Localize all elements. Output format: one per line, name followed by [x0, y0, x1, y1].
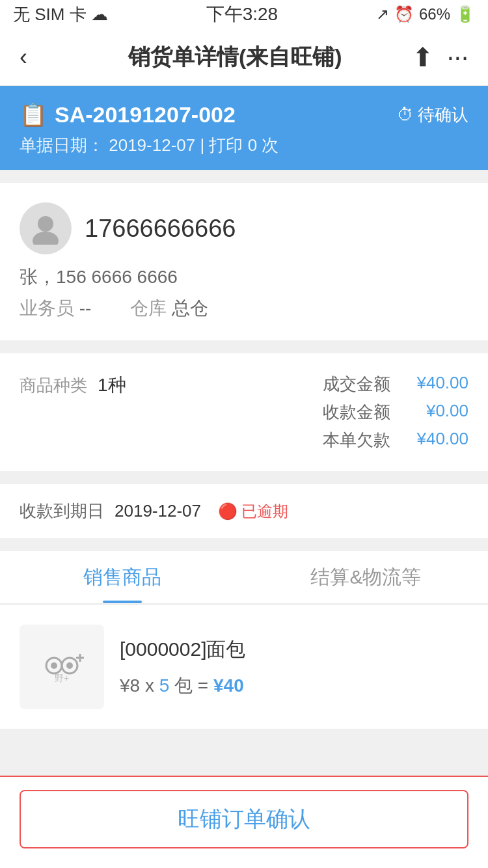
status-bar: 无 SIM 卡 ☁ 下午3:28 ↗ ⏰ 66% 🔋	[0, 0, 488, 29]
warning-icon: 🔴	[218, 502, 237, 521]
summary-section: 商品种类 1种 成交金额 ¥40.00 收款金额 ¥0.00 本单欠款 ¥40.…	[0, 353, 488, 471]
customer-name: 张，156 6666 6666	[20, 265, 468, 290]
order-id: 📋 SA-20191207-002	[20, 102, 236, 128]
battery-status: 66%	[419, 5, 450, 23]
warehouse: 仓库 总仓	[130, 296, 208, 321]
bottom-action-bar: 旺铺订单确认	[0, 776, 488, 868]
sim-status: 无 SIM 卡 ☁	[13, 3, 108, 26]
order-date: 单据日期： 2019-12-07 | 打印 0 次	[20, 134, 468, 157]
order-banner: 📋 SA-20191207-002 ⏱ 待确认 单据日期： 2019-12-07…	[0, 86, 488, 170]
product-logo: 野+	[36, 647, 88, 686]
tabs-row: 销售商品 结算&物流等	[0, 551, 488, 603]
product-image: 野+	[20, 625, 104, 709]
product-details: [0000002]面包 ¥8 x 5 包 = ¥40	[120, 636, 468, 698]
order-status: ⏱ 待确认	[397, 103, 468, 126]
product-item: 野+ [0000002]面包 ¥8 x 5 包 = ¥40	[0, 605, 488, 729]
share-button[interactable]: ⬆	[412, 42, 434, 72]
tabs-section: 销售商品 结算&物流等	[0, 551, 488, 604]
location-icon: ↗	[376, 5, 389, 23]
customer-avatar	[20, 202, 72, 254]
order-icon: 📋	[20, 102, 47, 128]
status-time: 下午3:28	[206, 2, 278, 27]
clock-icon: ⏱	[397, 105, 414, 125]
more-button[interactable]: ···	[447, 42, 468, 72]
customer-phone: 17666666666	[85, 215, 236, 243]
customer-section: 17666666666 张，156 6666 6666 业务员 -- 仓库 总仓	[0, 183, 488, 340]
transaction-amount-row: 成交金额 ¥40.00	[323, 373, 468, 396]
svg-text:野+: 野+	[55, 673, 69, 683]
person-icon	[29, 212, 62, 245]
confirm-order-button[interactable]: 旺铺订单确认	[20, 790, 468, 848]
back-button[interactable]: ‹	[20, 44, 59, 71]
product-name: [0000002]面包	[120, 636, 468, 663]
status-right: ↗ ⏰ 66% 🔋	[376, 5, 475, 23]
alarm-icon: ⏰	[394, 5, 414, 23]
received-amount-row: 收款金额 ¥0.00	[323, 401, 468, 424]
owed-amount-row: 本单欠款 ¥40.00	[323, 429, 468, 452]
status-left: 无 SIM 卡 ☁	[13, 3, 108, 26]
category-info: 商品种类 1种	[20, 373, 126, 398]
product-price-row: ¥8 x 5 包 = ¥40	[120, 673, 468, 698]
svg-point-5	[66, 662, 73, 669]
product-list: 野+ [0000002]面包 ¥8 x 5 包 = ¥40	[0, 605, 488, 729]
battery-icon: 🔋	[455, 5, 475, 23]
sales-person: 业务员 --	[20, 296, 91, 321]
page-title: 销货单详情(来自旺铺)	[128, 42, 342, 72]
nav-right-actions: ⬆ ···	[412, 42, 468, 72]
customer-meta: 业务员 -- 仓库 总仓	[20, 296, 468, 321]
tab-sales-products[interactable]: 销售商品	[0, 551, 244, 603]
overdue-badge: 🔴 已逾期	[218, 501, 288, 522]
svg-point-1	[33, 232, 59, 245]
nav-bar: ‹ 销货单详情(来自旺铺) ⬆ ···	[0, 29, 488, 86]
tab-settlement[interactable]: 结算&物流等	[244, 551, 488, 603]
amount-summary: 成交金额 ¥40.00 收款金额 ¥0.00 本单欠款 ¥40.00	[323, 373, 468, 452]
svg-point-4	[51, 662, 57, 669]
svg-point-0	[38, 216, 53, 232]
due-date-section: 收款到期日 2019-12-07 🔴 已逾期	[0, 484, 488, 538]
